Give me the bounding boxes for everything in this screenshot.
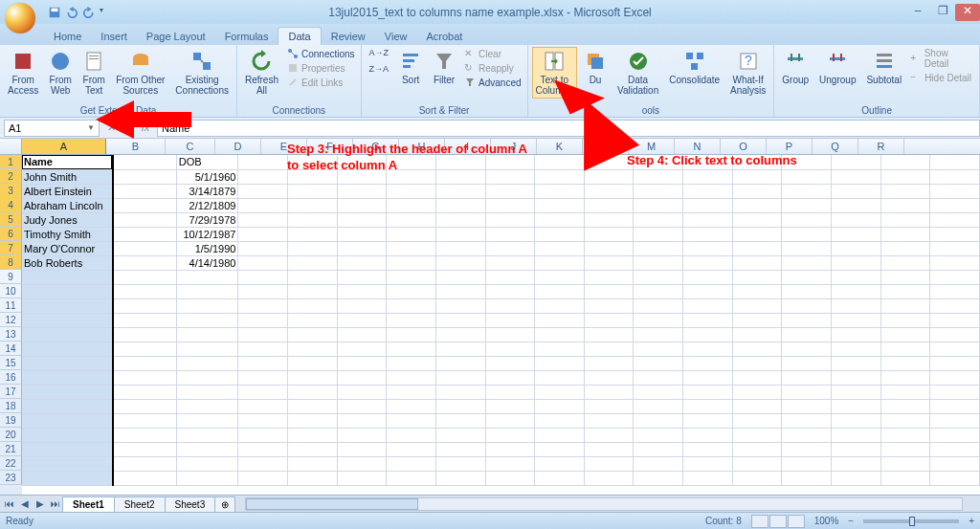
cell-E20[interactable] bbox=[288, 428, 338, 442]
cell-B19[interactable] bbox=[113, 413, 177, 428]
cell-N8[interactable] bbox=[732, 255, 782, 270]
sort-button[interactable]: Sort bbox=[395, 47, 426, 88]
cell-P5[interactable] bbox=[831, 212, 880, 227]
cell-E8[interactable] bbox=[288, 255, 338, 270]
cell-E21[interactable] bbox=[288, 442, 338, 456]
cell-M8[interactable] bbox=[683, 255, 733, 270]
row-header-22[interactable]: 22 bbox=[0, 456, 22, 471]
cell-Q18[interactable] bbox=[880, 399, 930, 413]
clear-button[interactable]: ✕Clear bbox=[462, 47, 523, 60]
cell-M21[interactable] bbox=[683, 442, 733, 456]
cell-C5[interactable]: 7/29/1978 bbox=[176, 212, 238, 227]
cell-K15[interactable] bbox=[584, 356, 634, 370]
cell-R22[interactable] bbox=[930, 456, 980, 471]
cell-D20[interactable] bbox=[238, 428, 288, 442]
cell-C10[interactable] bbox=[176, 284, 238, 298]
row-header-5[interactable]: 5 bbox=[0, 212, 22, 227]
cell-D7[interactable] bbox=[238, 241, 288, 255]
cell-P9[interactable] bbox=[831, 270, 880, 284]
cell-P7[interactable] bbox=[831, 241, 880, 255]
cell-L19[interactable] bbox=[634, 413, 683, 428]
cell-B16[interactable] bbox=[113, 370, 177, 385]
cell-N13[interactable] bbox=[732, 327, 782, 342]
cell-N23[interactable] bbox=[732, 471, 782, 485]
row-header-10[interactable]: 10 bbox=[0, 284, 22, 298]
cell-L5[interactable] bbox=[634, 212, 683, 227]
cell-J5[interactable] bbox=[535, 212, 585, 227]
cell-O2[interactable] bbox=[782, 169, 832, 184]
row-header-23[interactable]: 23 bbox=[0, 471, 22, 485]
zoom-out-button[interactable]: − bbox=[848, 516, 854, 526]
cell-L15[interactable] bbox=[634, 356, 683, 370]
cell-M9[interactable] bbox=[683, 270, 733, 284]
cell-E15[interactable] bbox=[288, 356, 338, 370]
cell-R20[interactable] bbox=[930, 428, 980, 442]
cell-N18[interactable] bbox=[732, 399, 782, 413]
cell-M23[interactable] bbox=[683, 471, 733, 485]
cell-Q20[interactable] bbox=[880, 428, 930, 442]
cell-C8[interactable]: 4/14/1980 bbox=[176, 255, 238, 270]
cell-R12[interactable] bbox=[930, 313, 980, 327]
cell-J11[interactable] bbox=[535, 298, 585, 313]
cell-N5[interactable] bbox=[732, 212, 782, 227]
zoom-in-button[interactable]: + bbox=[969, 516, 974, 526]
cells-area[interactable]: NameDOBJohn Smith5/1/1960Albert Einstein… bbox=[22, 155, 980, 495]
cell-D4[interactable] bbox=[238, 198, 288, 212]
cell-C14[interactable] bbox=[176, 342, 238, 356]
cell-B17[interactable] bbox=[113, 385, 177, 399]
cell-K10[interactable] bbox=[584, 284, 634, 298]
cell-O10[interactable] bbox=[782, 284, 832, 298]
cell-F15[interactable] bbox=[337, 356, 387, 370]
cell-K5[interactable] bbox=[584, 212, 634, 227]
cell-J19[interactable] bbox=[535, 413, 585, 428]
cell-R10[interactable] bbox=[930, 284, 980, 298]
cell-M17[interactable] bbox=[683, 385, 733, 399]
cell-F5[interactable] bbox=[337, 212, 387, 227]
cell-K8[interactable] bbox=[584, 255, 634, 270]
cell-P11[interactable] bbox=[831, 298, 880, 313]
cell-C1[interactable]: DOB bbox=[176, 155, 238, 169]
cell-F14[interactable] bbox=[337, 342, 387, 356]
cell-C7[interactable]: 1/5/1990 bbox=[176, 241, 238, 255]
cell-B7[interactable] bbox=[113, 241, 177, 255]
cell-I21[interactable] bbox=[485, 442, 535, 456]
cell-Q17[interactable] bbox=[880, 385, 930, 399]
cell-B6[interactable] bbox=[113, 227, 177, 241]
cell-K16[interactable] bbox=[584, 370, 634, 385]
sheet-next-icon[interactable]: ▶ bbox=[33, 498, 48, 509]
cell-L9[interactable] bbox=[634, 270, 683, 284]
row-header-4[interactable]: 4 bbox=[0, 198, 22, 212]
column-header-R[interactable]: R bbox=[858, 139, 904, 154]
row-header-13[interactable]: 13 bbox=[0, 327, 22, 342]
cell-R8[interactable] bbox=[930, 255, 980, 270]
cell-A5[interactable]: Judy Jones bbox=[22, 212, 113, 227]
cell-A6[interactable]: Timothy Smith bbox=[22, 227, 113, 241]
cell-O18[interactable] bbox=[782, 399, 832, 413]
cell-E13[interactable] bbox=[288, 327, 338, 342]
cell-I16[interactable] bbox=[485, 370, 535, 385]
cell-C16[interactable] bbox=[176, 370, 238, 385]
cell-K12[interactable] bbox=[584, 313, 634, 327]
tab-view[interactable]: View bbox=[375, 28, 417, 45]
cell-Q1[interactable] bbox=[880, 155, 930, 169]
cell-K7[interactable] bbox=[584, 241, 634, 255]
row-header-6[interactable]: 6 bbox=[0, 227, 22, 241]
cell-J10[interactable] bbox=[535, 284, 585, 298]
cell-F12[interactable] bbox=[337, 313, 387, 327]
cell-B20[interactable] bbox=[113, 428, 177, 442]
cell-H23[interactable] bbox=[435, 471, 485, 485]
cell-H9[interactable] bbox=[435, 270, 485, 284]
cell-B13[interactable] bbox=[113, 327, 177, 342]
cell-H3[interactable] bbox=[435, 184, 485, 198]
cell-N11[interactable] bbox=[732, 298, 782, 313]
cell-N9[interactable] bbox=[732, 270, 782, 284]
sheet-last-icon[interactable]: ⏭ bbox=[48, 498, 63, 509]
group-button[interactable]: Group bbox=[778, 47, 813, 88]
hide-detail-button[interactable]: −Hide Detail bbox=[908, 71, 975, 84]
cell-C6[interactable]: 10/12/1987 bbox=[176, 227, 238, 241]
cell-M14[interactable] bbox=[683, 342, 733, 356]
cell-R5[interactable] bbox=[930, 212, 980, 227]
cell-C15[interactable] bbox=[176, 356, 238, 370]
cell-H14[interactable] bbox=[435, 342, 485, 356]
cell-D12[interactable] bbox=[238, 313, 288, 327]
